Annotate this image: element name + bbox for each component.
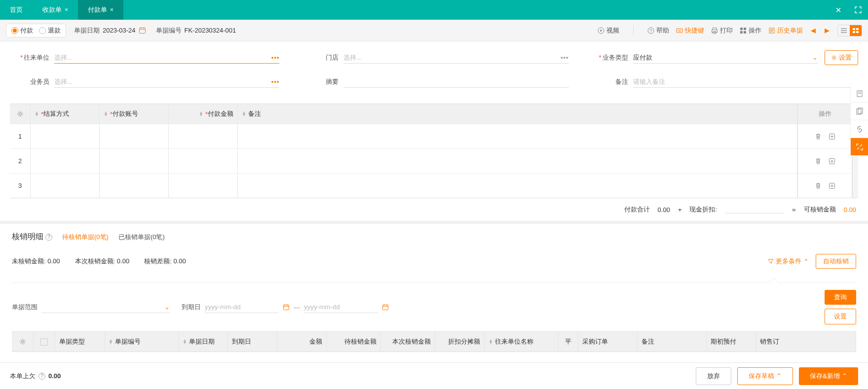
discard-button[interactable]: 放弃 (696, 367, 731, 385)
close-icon[interactable]: × (110, 6, 113, 13)
filter-settings-button[interactable]: 设置 (825, 309, 856, 324)
col-this-writeoff[interactable]: 本次核销金额 (381, 332, 435, 352)
summary-input[interactable] (343, 78, 568, 85)
dock-template-icon[interactable] (850, 103, 868, 120)
add-row-icon[interactable] (829, 133, 835, 140)
col-discount-alloc[interactable]: 折扣分摊额 (435, 332, 485, 352)
chevron-down-icon[interactable]: ⌄ (812, 54, 818, 61)
vendor-lookup-icon[interactable]: ••• (271, 54, 280, 61)
video-link[interactable]: 视频 (598, 26, 619, 35)
col-flat[interactable]: 平 (559, 332, 578, 352)
col-initial-prepay[interactable]: 期初预付 (707, 332, 756, 352)
auto-writeoff-button[interactable]: 自动核销 (816, 254, 856, 269)
dock-draft-icon[interactable] (850, 85, 868, 103)
owe-value: 0.00 (48, 372, 61, 380)
store-input[interactable] (343, 54, 561, 61)
close-icon[interactable]: × (65, 6, 68, 13)
grid-row[interactable]: 2 (10, 148, 797, 173)
salesman-input[interactable] (54, 78, 271, 85)
col-vendor-name[interactable]: ▲▼往来单位名称 (485, 332, 559, 352)
calendar-icon[interactable] (139, 27, 146, 34)
tab-pending-writeoff[interactable]: 待核销单据(0笔) (62, 233, 109, 242)
pay-total-label: 付款合计 (624, 205, 650, 214)
diffhx-label: 核销差额: (144, 257, 172, 265)
tab-done-writeoff[interactable]: 已核销单据(0笔) (118, 233, 165, 242)
print-link[interactable]: 打印 (711, 26, 733, 35)
col-sales-order[interactable]: 销售订 (756, 332, 856, 352)
prev-doc-icon[interactable]: ◀ (810, 27, 817, 34)
date-value[interactable]: 2023-03-24 (103, 27, 136, 34)
discount-input[interactable] (725, 206, 784, 213)
radio-refund[interactable]: 退款 (39, 26, 61, 35)
add-row-icon[interactable] (829, 182, 835, 189)
shortcut-link[interactable]: 快捷键 (676, 26, 704, 35)
delete-row-icon[interactable] (815, 133, 822, 140)
grid-settings-icon[interactable] (10, 104, 31, 124)
col-doc-type[interactable]: 单据类型 (55, 332, 105, 352)
search-button[interactable]: 查询 (825, 290, 856, 305)
dock-expand-icon[interactable] (850, 138, 868, 156)
operate-link[interactable]: 操作 (740, 26, 761, 35)
help-icon[interactable]: ? (45, 234, 52, 241)
svg-point-17 (833, 57, 835, 59)
fullscreen-icon[interactable] (848, 0, 868, 20)
svg-rect-9 (744, 28, 746, 30)
next-doc-icon[interactable]: ▶ (824, 27, 830, 34)
save-new-button[interactable]: 保存&新增⌃ (799, 367, 858, 385)
select-all-checkbox[interactable] (40, 338, 48, 346)
vendor-input[interactable] (54, 54, 271, 61)
grid-row[interactable]: 1 (10, 124, 797, 148)
svg-rect-11 (744, 31, 746, 34)
doc-no-value: FK-20230324-001 (185, 27, 236, 34)
calendar-icon[interactable] (382, 304, 389, 311)
history-link[interactable]: 历史单据 (768, 26, 803, 35)
col-operate: 操作 (798, 104, 852, 124)
calendar-icon[interactable] (283, 304, 290, 311)
remark-input[interactable] (633, 78, 858, 85)
save-draft-button[interactable]: 保存草稿⌃ (737, 367, 793, 385)
biztype-input[interactable] (633, 54, 812, 61)
window-close-button[interactable]: × (829, 0, 848, 20)
due-date-from[interactable] (205, 301, 279, 313)
doc-no-label: 单据编号 (156, 26, 182, 35)
doc-range-label: 单据范围 (12, 303, 38, 312)
chevron-up-icon: ⌃ (842, 372, 847, 380)
col-purchase-order[interactable]: 采购订单 (578, 332, 638, 352)
view-list-icon[interactable] (838, 25, 850, 36)
tab-home[interactable]: 首页 (0, 0, 33, 20)
col-pay-account[interactable]: ▲▼*付款账号 (100, 104, 169, 124)
pay-refund-radio-group: 付款 退款 (6, 24, 66, 37)
due-date-to[interactable] (304, 301, 378, 313)
tab-receipt[interactable]: 收款单× (33, 0, 78, 20)
col-remark[interactable]: ▲▼备注 (238, 104, 797, 124)
col-settle-method[interactable]: ▲▼*结算方式 (31, 104, 100, 124)
more-conditions-button[interactable]: 更多条件⌃ (768, 257, 809, 266)
delete-row-icon[interactable] (815, 158, 822, 165)
col-doc-date[interactable]: ▲▼单据日期 (179, 332, 228, 352)
radio-pay[interactable]: 付款 (11, 26, 33, 35)
grid-row[interactable]: 3 (10, 173, 797, 198)
col-remark[interactable]: 备注 (638, 332, 707, 352)
doc-range-select[interactable]: ⌄ (41, 301, 170, 313)
table-settings-icon[interactable] (12, 332, 34, 352)
svg-rect-5 (713, 28, 717, 30)
svg-point-24 (21, 341, 24, 343)
tab-payment[interactable]: 付款单× (78, 0, 123, 20)
help-link[interactable]: ?帮助 (647, 26, 669, 35)
col-amount[interactable]: 金额 (277, 332, 327, 352)
dock-link-icon[interactable] (850, 120, 868, 138)
col-doc-no[interactable]: ▲▼单据编号 (105, 332, 179, 352)
add-row-icon[interactable] (829, 158, 835, 165)
store-lookup-icon[interactable]: ••• (561, 54, 569, 61)
due-date-label: 到期日 (182, 303, 201, 312)
help-icon[interactable]: ? (38, 373, 45, 380)
delete-row-icon[interactable] (815, 182, 822, 189)
svg-rect-23 (383, 305, 388, 310)
svg-rect-8 (740, 28, 743, 30)
salesman-lookup-icon[interactable]: ••• (271, 78, 280, 85)
owe-label: 本单上欠 (10, 372, 36, 381)
col-due-date[interactable]: 到期日 (228, 332, 277, 352)
col-pending-amount[interactable]: 待核销金额 (327, 332, 381, 352)
vendor-label: 往来单位 (24, 54, 49, 61)
col-pay-amount[interactable]: ▲▼*付款金额 (169, 104, 238, 124)
